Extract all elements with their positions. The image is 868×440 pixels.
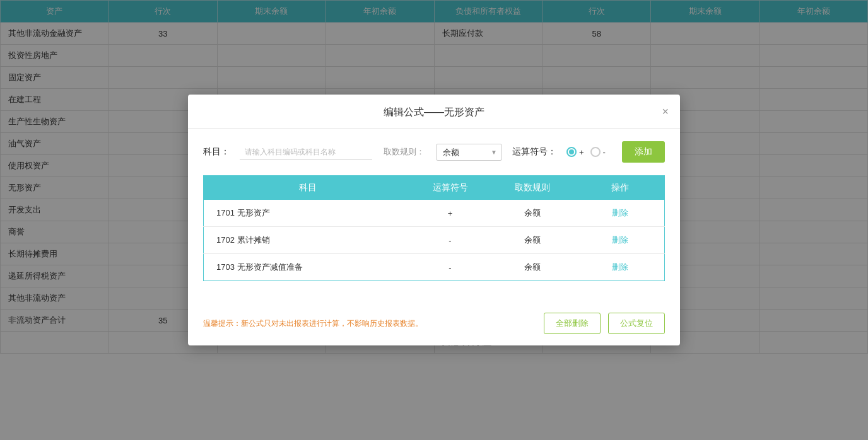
delete-link[interactable]: 删除 — [612, 235, 628, 245]
subject-input[interactable] — [240, 144, 372, 159]
formula-table-row: 1703 无形资产减值准备 - 余额 删除 — [204, 254, 665, 281]
rule-label: 取数规则： — [384, 146, 425, 158]
radio-minus-item[interactable]: - — [590, 147, 606, 157]
modal-title: 编辑公式——无形资产 — [384, 106, 484, 119]
radio-minus-label: - — [603, 148, 606, 157]
formula-table-row: 1701 无形资产 + 余额 删除 — [204, 200, 665, 227]
formula-cell-operator: + — [413, 200, 488, 227]
formula-cell-action: 删除 — [577, 227, 665, 254]
radio-plus-item[interactable]: + — [566, 147, 584, 157]
formula-table-row: 1702 累计摊销 - 余额 删除 — [204, 227, 665, 254]
col-action: 操作 — [577, 176, 665, 200]
modal-close-button[interactable]: × — [662, 106, 669, 117]
form-row: 科目： 取数规则： 余额 借方 贷方 借方发生额 贷方发生额 ▼ 运算符号： — [203, 141, 665, 163]
hint-text: 温馨提示：新公式只对未出报表进行计算，不影响历史报表数据。 — [203, 318, 423, 329]
radio-minus-circle — [590, 147, 601, 157]
formula-cell-action: 删除 — [577, 254, 665, 281]
formula-cell-rule: 余额 — [488, 200, 577, 227]
delete-link[interactable]: 删除 — [612, 208, 628, 217]
col-subject: 科目 — [204, 176, 413, 200]
formula-cell-subject: 1703 无形资产减值准备 — [204, 254, 413, 281]
rule-select[interactable]: 余额 借方 贷方 借方发生额 贷方发生额 — [436, 144, 502, 161]
delete-all-button[interactable]: 全部删除 — [544, 313, 601, 334]
formula-cell-operator: - — [413, 227, 488, 254]
formula-cell-operator: - — [413, 254, 488, 281]
operator-label: 运算符号： — [512, 146, 556, 158]
formula-cell-subject: 1701 无形资产 — [204, 200, 413, 227]
formula-cell-rule: 余额 — [488, 227, 577, 254]
radio-plus-circle — [566, 147, 577, 157]
modal-header: 编辑公式——无形资产 × — [188, 95, 680, 129]
delete-link[interactable]: 删除 — [612, 262, 628, 272]
subject-label: 科目： — [203, 146, 230, 158]
formula-cell-subject: 1702 累计摊销 — [204, 227, 413, 254]
footer-buttons: 全部删除 公式复位 — [544, 313, 665, 334]
modal-body: 科目： 取数规则： 余额 借方 贷方 借方发生额 贷方发生额 ▼ 运算符号： — [188, 129, 680, 304]
reset-formula-button[interactable]: 公式复位 — [608, 313, 665, 334]
add-button[interactable]: 添加 — [622, 141, 665, 163]
col-rule: 取数规则 — [488, 176, 577, 200]
radio-plus-label: + — [579, 148, 584, 157]
col-operator: 运算符号 — [413, 176, 488, 200]
formula-cell-rule: 余额 — [488, 254, 577, 281]
modal-overlay: 编辑公式——无形资产 × 科目： 取数规则： 余额 借方 贷方 借方发生额 贷方… — [0, 0, 868, 440]
operator-radio-group: + - — [566, 147, 606, 157]
modal-dialog: 编辑公式——无形资产 × 科目： 取数规则： 余额 借方 贷方 借方发生额 贷方… — [188, 95, 680, 345]
formula-cell-action: 删除 — [577, 200, 665, 227]
formula-table: 科目 运算符号 取数规则 操作 1701 无形资产 + 余额 删除 1702 累… — [203, 175, 665, 281]
rule-select-wrap: 余额 借方 贷方 借方发生额 贷方发生额 ▼ — [436, 144, 502, 161]
modal-footer: 温馨提示：新公式只对未出报表进行计算，不影响历史报表数据。 全部删除 公式复位 — [188, 304, 680, 345]
